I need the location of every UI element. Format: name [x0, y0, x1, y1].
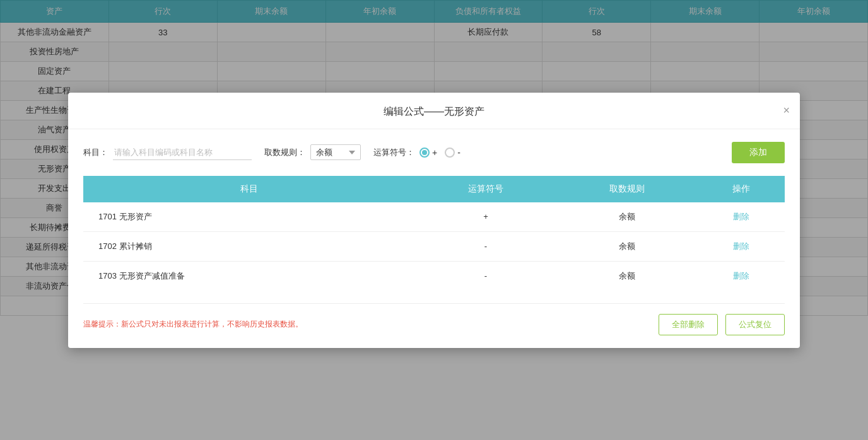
formula-table: 科目 运算符号 取数规则 操作 1701 无形资产+余额删除1702 累计摊销-…: [83, 176, 785, 291]
rule-group: 取数规则： 余额 借方 贷方: [264, 144, 361, 160]
form-row: 科目： 取数规则： 余额 借方 贷方 运算符号：: [83, 142, 785, 163]
modal-title: 编辑公式——无形资产: [384, 106, 484, 117]
table-header-operator: 运算符号: [415, 176, 557, 202]
rule-select[interactable]: 余额 借方 贷方: [310, 144, 361, 160]
operator-radio-group: + -: [419, 148, 460, 158]
delete-row-button[interactable]: 删除: [733, 270, 749, 282]
operator-label: 运算符号：: [373, 147, 414, 158]
footer-tip-text: 温馨提示：新公式只对未出报表进行计算，不影响历史报表数据。: [83, 320, 303, 328]
radio-plus-label: +: [432, 148, 437, 158]
rule-label: 取数规则：: [264, 147, 305, 158]
radio-plus[interactable]: +: [419, 148, 437, 158]
cell-action: 删除: [698, 202, 785, 232]
footer-tip: 温馨提示：新公式只对未出报表进行计算，不影响历史报表数据。: [83, 319, 303, 330]
cell-rule: 余额: [556, 261, 698, 291]
subject-label: 科目：: [83, 147, 108, 158]
delete-all-button[interactable]: 全部删除: [659, 314, 718, 335]
cell-subject: 1701 无形资产: [83, 202, 415, 232]
subject-input[interactable]: [113, 145, 252, 160]
modal-overlay: 编辑公式——无形资产 × 科目： 取数规则： 余额 借方 贷方: [0, 0, 868, 440]
modal-close-button[interactable]: ×: [783, 105, 790, 116]
cell-action: 删除: [698, 261, 785, 291]
modal-header: 编辑公式——无形资产 ×: [68, 93, 800, 129]
table-header-subject: 科目: [83, 176, 415, 202]
add-button[interactable]: 添加: [732, 142, 785, 163]
table-header-action: 操作: [698, 176, 785, 202]
delete-row-button[interactable]: 删除: [733, 241, 749, 252]
radio-minus[interactable]: -: [445, 148, 460, 158]
cell-operator: +: [415, 202, 557, 232]
radio-minus-label: -: [457, 148, 460, 158]
footer-buttons: 全部删除 公式复位: [659, 314, 785, 335]
cell-action: 删除: [698, 231, 785, 261]
modal-body: 科目： 取数规则： 余额 借方 贷方 运算符号：: [68, 129, 800, 303]
reset-button[interactable]: 公式复位: [725, 314, 785, 335]
modal-footer: 温馨提示：新公式只对未出报表进行计算，不影响历史报表数据。 全部删除 公式复位: [68, 304, 800, 348]
table-row: 1703 无形资产减值准备-余额删除: [83, 261, 785, 291]
modal-dialog: 编辑公式——无形资产 × 科目： 取数规则： 余额 借方 贷方: [68, 93, 800, 348]
radio-minus-circle: [445, 148, 455, 158]
cell-rule: 余额: [556, 202, 698, 232]
cell-rule: 余额: [556, 231, 698, 261]
table-row: 1702 累计摊销-余额删除: [83, 231, 785, 261]
cell-subject: 1702 累计摊销: [83, 231, 415, 261]
radio-plus-circle: [419, 148, 430, 158]
cell-subject: 1703 无形资产减值准备: [83, 261, 415, 291]
cell-operator: -: [415, 231, 557, 261]
cell-operator: -: [415, 261, 557, 291]
table-header-rule: 取数规则: [556, 176, 698, 202]
operator-group: 运算符号： + -: [373, 147, 460, 158]
delete-row-button[interactable]: 删除: [733, 211, 749, 223]
table-row: 1701 无形资产+余额删除: [83, 202, 785, 232]
subject-group: 科目：: [83, 145, 252, 160]
